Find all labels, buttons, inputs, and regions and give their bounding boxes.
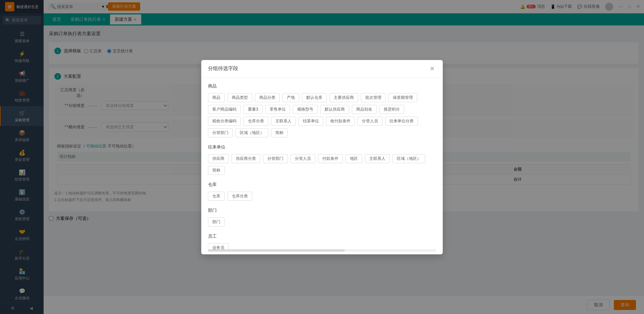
modal-hscroll-thumb [208, 249, 345, 251]
modal-section-4: 员工业务员 [208, 233, 436, 250]
modal-section-0: 商品商品商品类型商品分类产地默认仓库主要供应商批次管理保质期管理客户商品编码重量… [208, 83, 436, 137]
modal-section-title-0: 商品 [208, 83, 436, 89]
modal-field-tag-1-0[interactable]: 供应商 [208, 154, 229, 163]
modal-field-tag-0-13[interactable]: 商品别名 [352, 105, 377, 114]
modal-section-2: 仓库仓库仓库分类 [208, 182, 436, 201]
modal-field-tag-0-9[interactable]: 重量3 [244, 105, 263, 114]
modal-field-grid-0: 商品商品类型商品分类产地默认仓库主要供应商批次管理保质期管理客户商品编码重量3零… [208, 93, 436, 137]
modal-overlay: 分组待选字段 ✕ 商品商品商品类型商品分类产地默认仓库主要供应商批次管理保质期管… [0, 0, 644, 314]
modal-field-tag-0-0[interactable]: 商品 [208, 93, 225, 102]
modal-field-tag-0-15[interactable]: 税收分类编码 [208, 117, 241, 126]
modal-dialog: 分组待选字段 ✕ 商品商品商品类型商品分类产地默认仓库主要供应商批次管理保质期管… [201, 60, 443, 254]
modal-field-tag-0-17[interactable]: 主联系人 [271, 117, 296, 126]
modal-field-tag-0-20[interactable]: 分管人员 [358, 117, 382, 126]
modal-field-tag-1-6[interactable]: 主联系人 [365, 154, 390, 163]
modal-field-tag-0-2[interactable]: 商品分类 [255, 93, 280, 102]
modal-field-tag-0-4[interactable]: 默认仓库 [302, 93, 327, 102]
modal-horizontal-scrollbar[interactable] [208, 249, 436, 251]
modal-field-tag-3-0[interactable]: 部门 [208, 217, 225, 227]
modal-field-tag-1-5[interactable]: 地区 [345, 154, 362, 163]
modal-field-tag-0-22[interactable]: 分管部门 [208, 128, 233, 137]
modal-field-tag-0-3[interactable]: 产地 [282, 93, 299, 102]
modal-field-grid-3: 部门 [208, 217, 436, 227]
modal-field-tag-0-18[interactable]: 结算单位 [299, 117, 323, 126]
modal-field-tag-0-12[interactable]: 默认供应商 [320, 105, 349, 114]
modal-close-button[interactable]: ✕ [428, 65, 436, 73]
modal-field-grid-4: 业务员 [208, 243, 436, 250]
modal-field-tag-0-6[interactable]: 批次管理 [361, 93, 386, 102]
modal-field-tag-0-7[interactable]: 保质期管理 [388, 93, 417, 102]
modal-field-tag-0-21[interactable]: 往来单位分类 [385, 117, 418, 126]
modal-field-tag-0-24[interactable]: 简称 [271, 128, 288, 137]
modal-section-title-2: 仓库 [208, 182, 436, 188]
modal-header: 分组待选字段 ✕ [201, 60, 443, 78]
modal-field-tag-4-0[interactable]: 业务员 [208, 243, 229, 250]
modal-field-tag-0-14[interactable]: 拣货积分 [379, 105, 404, 114]
modal-section-1: 往来单位供应商供应商分类分管部门分管人员付款条件地区主联系人区域（地区）简称 [208, 144, 436, 175]
modal-section-title-1: 往来单位 [208, 144, 436, 150]
modal-section-title-3: 部门 [208, 207, 436, 213]
modal-field-tag-0-23[interactable]: 区域（地区） [235, 128, 268, 137]
modal-field-tag-1-7[interactable]: 区域（地区） [392, 154, 425, 163]
modal-section-3: 部门部门 [208, 207, 436, 227]
modal-field-tag-1-2[interactable]: 分管部门 [263, 154, 288, 163]
modal-field-tag-1-8[interactable]: 简称 [208, 166, 225, 175]
modal-field-tag-0-16[interactable]: 仓库分类 [244, 117, 268, 126]
modal-field-tag-0-8[interactable]: 客户商品编码 [208, 105, 241, 114]
modal-field-tag-0-10[interactable]: 零售单位 [265, 105, 290, 114]
modal-field-grid-2: 仓库仓库分类 [208, 192, 436, 201]
modal-field-tag-0-19[interactable]: 收付款条件 [326, 117, 355, 126]
modal-section-title-4: 员工 [208, 233, 436, 239]
modal-body: 商品商品商品类型商品分类产地默认仓库主要供应商批次管理保质期管理客户商品编码重量… [201, 78, 443, 250]
modal-field-tag-1-1[interactable]: 供应商分类 [231, 154, 260, 163]
modal-field-grid-1: 供应商供应商分类分管部门分管人员付款条件地区主联系人区域（地区）简称 [208, 154, 436, 175]
modal-field-tag-0-5[interactable]: 主要供应商 [329, 93, 358, 102]
modal-field-tag-2-0[interactable]: 仓库 [208, 192, 225, 201]
modal-field-tag-1-3[interactable]: 分管人员 [290, 154, 315, 163]
modal-title: 分组待选字段 [208, 65, 238, 72]
modal-field-tag-0-11[interactable]: 规格型号 [293, 105, 318, 114]
modal-field-tag-1-4[interactable]: 付款条件 [318, 154, 343, 163]
modal-field-tag-2-1[interactable]: 仓库分类 [227, 192, 252, 201]
modal-field-tag-0-1[interactable]: 商品类型 [227, 93, 252, 102]
